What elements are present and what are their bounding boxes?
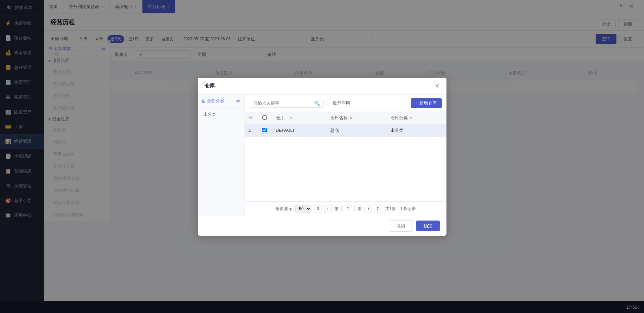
- warehouse-modal: 仓库 ✕ ⊞ 全部分类 ≪ 未分类 🔍: [198, 78, 446, 236]
- col-checkbox-header: [258, 112, 272, 124]
- sort-icon-code: ⇅: [290, 116, 293, 120]
- modal-body: ⊞ 全部分类 ≪ 未分类 🔍 显示停用 + 新增仓库: [198, 95, 446, 216]
- modal-prev-page-btn[interactable]: ⟨: [324, 205, 332, 212]
- select-all-checkbox[interactable]: [262, 115, 267, 120]
- col-warehouse-code: 仓库... ⇅: [272, 112, 327, 124]
- grid-icon: ⊞: [202, 99, 206, 104]
- modal-close-btn[interactable]: ✕: [435, 82, 440, 90]
- modal-header: 仓库 ✕: [198, 78, 446, 95]
- modal-table-wrap: ⚙ 仓库... ⇅ 仓库名称 ⇅: [245, 112, 446, 201]
- modal-title: 仓库: [205, 83, 215, 89]
- modal-last-page-btn[interactable]: ⟩⟩: [375, 205, 382, 212]
- row-category: 未分类: [386, 124, 446, 136]
- confirm-btn[interactable]: 确定: [416, 221, 440, 231]
- modal-sidebar: ⊞ 全部分类 ≪ 未分类: [198, 95, 245, 216]
- search-box: 🔍: [250, 99, 324, 108]
- sort-icon-name: ⇅: [350, 116, 352, 120]
- show-disabled-label[interactable]: 显示停用: [327, 100, 350, 106]
- col-settings-icon: ⚙: [249, 115, 253, 120]
- search-input[interactable]: [253, 101, 313, 106]
- col-warehouse-name: 仓库名称 ⇅: [326, 112, 386, 124]
- modal-page-input[interactable]: [341, 205, 355, 212]
- modal-sidebar-header[interactable]: ⊞ 全部分类 ≪: [198, 95, 245, 108]
- table-row[interactable]: 1 DEFAULT 总仓 未分类: [245, 124, 446, 136]
- col-warehouse-name-label: 仓库名称: [330, 115, 348, 120]
- col-warehouse-code-label: 仓库...: [276, 115, 288, 120]
- modal-toolbar: 🔍 显示停用 + 新增仓库: [245, 95, 446, 112]
- modal-pagination: 每页显示 50 ⟨⟨ ⟨ 第 页 ⟩ ⟩⟩ 共1页，1条记录: [245, 201, 446, 216]
- modal-page-after: 页: [357, 206, 362, 212]
- col-settings: ⚙: [245, 112, 258, 124]
- modal-table: ⚙ 仓库... ⇅ 仓库名称 ⇅: [245, 112, 446, 137]
- modal-total-text: 共1页，1条记录: [385, 206, 416, 212]
- modal-sidebar-item-label: 未分类: [203, 112, 216, 117]
- modal-sidebar-collapse-icon[interactable]: ≪: [236, 99, 241, 104]
- modal-per-page-label: 每页显示: [275, 206, 293, 212]
- col-warehouse-category-label: 仓库分类: [390, 115, 408, 120]
- row-id: 1: [245, 124, 258, 136]
- sort-icon-category: ⇅: [410, 116, 412, 120]
- col-warehouse-category: 仓库分类 ⇅: [386, 112, 446, 124]
- row-name: 总仓: [326, 124, 386, 136]
- row-checkbox-cell: [258, 124, 272, 136]
- modal-sidebar-header-label: 全部分类: [207, 98, 224, 104]
- modal-sidebar-uncategorized[interactable]: 未分类: [198, 108, 245, 121]
- row-checkbox[interactable]: [262, 128, 267, 132]
- modal-page-before: 第: [334, 206, 339, 212]
- modal-main: 🔍 显示停用 + 新增仓库 ⚙: [245, 95, 446, 216]
- show-disabled-text: 显示停用: [333, 100, 350, 106]
- show-disabled-checkbox[interactable]: [327, 101, 331, 105]
- modal-first-page-btn[interactable]: ⟨⟨: [314, 205, 321, 212]
- modal-actions: 取消 确定: [198, 216, 446, 236]
- modal-next-page-btn[interactable]: ⟩: [364, 205, 372, 212]
- search-icon: 🔍: [314, 101, 320, 106]
- cancel-btn[interactable]: 取消: [389, 220, 413, 232]
- row-code: DEFAULT: [272, 124, 327, 136]
- modal-per-page-select[interactable]: 50: [295, 205, 311, 212]
- add-warehouse-btn[interactable]: + 新增仓库: [411, 98, 441, 108]
